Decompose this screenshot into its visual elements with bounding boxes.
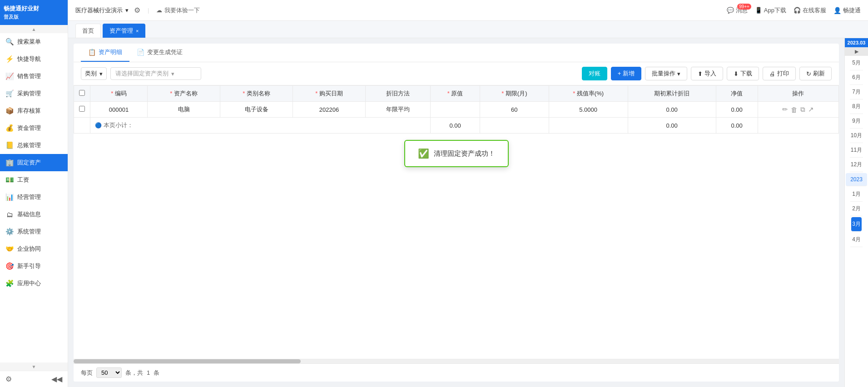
subtotal-net: 0.00 xyxy=(716,118,758,134)
nav-label-6: 总账管理 xyxy=(17,141,41,149)
per-page-select[interactable]: 50 100 xyxy=(96,367,122,378)
sidebar-item-资金管理[interactable]: 💰资金管理 xyxy=(0,119,68,137)
calendar-toggle[interactable]: ▶ xyxy=(845,47,868,56)
sub-tab-label-1: 变更生成凭证 xyxy=(147,48,183,56)
asset-table-wrap: 编码 资产名称 类别名称 购买日期 折旧方法 原值 期限(月) 残值率(%) 期… xyxy=(74,85,839,359)
nav-icon-4: 📦 xyxy=(5,107,14,115)
messages-badge: 99+ xyxy=(737,4,751,10)
row-depreciation-0: 年限平均 xyxy=(366,102,431,118)
more-icon-0[interactable]: ↗ xyxy=(808,105,814,114)
calendar-month-3月[interactable]: 3月 xyxy=(851,217,862,232)
sidebar-item-总账管理[interactable]: 📒总账管理 xyxy=(0,137,68,154)
batch-ops-button[interactable]: 批量操作 ▾ xyxy=(645,67,687,80)
calendar-month-12月[interactable]: 12月 xyxy=(850,158,863,172)
topbar-settings-icon[interactable]: ⚙ xyxy=(134,6,140,15)
calendar-month-7月[interactable]: 7月 xyxy=(850,85,863,99)
sidebar-item-固定资产[interactable]: 🏢固定资产 xyxy=(0,154,68,171)
col-initial-accumulated: 期初累计折旧 xyxy=(628,86,716,102)
online-service-label: 在线客服 xyxy=(803,6,826,15)
col-code: 编码 xyxy=(90,86,148,102)
sidebar-item-经营管理[interactable]: 📊经营管理 xyxy=(0,189,68,206)
nav-icon-5: 💰 xyxy=(5,124,14,132)
user-avatar-icon: 👤 xyxy=(833,7,841,14)
sidebar-item-销售管理[interactable]: 📈销售管理 xyxy=(0,68,68,85)
subtotal-original: 0.00 xyxy=(431,118,480,134)
calendar-month-8月[interactable]: 8月 xyxy=(850,99,863,114)
batch-ops-label: 批量操作 xyxy=(652,69,675,78)
service-icon: 🎧 xyxy=(794,7,801,14)
row-checkbox-cell-0[interactable] xyxy=(74,102,90,118)
calendar-month-4月[interactable]: 4月 xyxy=(850,233,863,247)
experience-button[interactable]: ☁ 我要体验一下 xyxy=(156,6,200,15)
settings-icon[interactable]: ⚙ xyxy=(5,375,12,383)
topbar: 医疗器械行业演示 ▾ ⚙ | ☁ 我要体验一下 💬 消息 99+ 📱 App下载… xyxy=(68,0,868,21)
sidebar-item-基础信息[interactable]: 🗂基础信息 xyxy=(0,206,68,223)
new-button[interactable]: + 新增 xyxy=(611,67,641,80)
sidebar-logo: 畅捷通好业财 普及版 xyxy=(0,0,68,25)
collapse-icon[interactable]: ◀◀ xyxy=(51,375,62,383)
app-download-button[interactable]: 📱 App下载 xyxy=(755,6,786,15)
print-label: 打印 xyxy=(777,69,789,78)
select-all-header[interactable] xyxy=(74,86,90,102)
category-select-wrapper[interactable]: 类别 ▾ xyxy=(81,67,107,80)
sidebar-item-库存核算[interactable]: 📦库存核算 xyxy=(0,102,68,119)
sidebar-item-新手引导[interactable]: 🎯新手引导 xyxy=(0,258,68,275)
subtotal-empty2 xyxy=(549,118,628,134)
calendar-month-1月[interactable]: 1月 xyxy=(850,187,863,202)
sidebar-scroll-down[interactable]: ▼ xyxy=(0,362,68,371)
tab-资产管理[interactable]: 资产管理× xyxy=(103,24,145,38)
calendar-prev-year-months: 5月6月7月8月9月10月11月12月 xyxy=(850,56,863,172)
sidebar-item-搜索菜单[interactable]: 🔍搜索菜单 xyxy=(0,33,68,50)
sub-tab-资产明细[interactable]: 📋资产明细 xyxy=(81,44,129,62)
sub-tab-变更生成凭证[interactable]: 📄变更生成凭证 xyxy=(129,44,190,62)
nav-label-1: 快捷导航 xyxy=(17,55,41,63)
sidebar-item-工资[interactable]: 💵工资 xyxy=(0,171,68,189)
sidebar-item-企业协同[interactable]: 🤝企业协同 xyxy=(0,240,68,258)
company-selector[interactable]: 医疗器械行业演示 ▾ xyxy=(75,6,129,15)
sidebar-scroll-up[interactable]: ▲ xyxy=(0,25,68,33)
delete-icon-0[interactable]: 🗑 xyxy=(791,106,798,114)
toast-success-icon: ✅ xyxy=(418,148,429,159)
username-label: 畅捷通 xyxy=(843,6,861,15)
tab-首页[interactable]: 首页 xyxy=(75,24,101,38)
scrollbar-thumb[interactable] xyxy=(74,359,301,363)
reconcile-button[interactable]: 对账 xyxy=(582,67,607,80)
success-toast: ✅ 清理固定资产成功！ xyxy=(404,140,509,167)
category-arrow-icon: ▾ xyxy=(171,70,174,77)
calendar-header: 2023.03 xyxy=(845,38,868,47)
sidebar-item-采购管理[interactable]: 🛒采购管理 xyxy=(0,85,68,102)
nav-icon-14: 🧩 xyxy=(5,279,14,288)
messages-button[interactable]: 💬 消息 99+ xyxy=(727,6,748,15)
import-button[interactable]: ⬆ 导入 xyxy=(691,67,723,80)
subtotal-actions xyxy=(758,118,838,134)
user-menu[interactable]: 👤 畅捷通 xyxy=(833,6,861,15)
calendar-year-label[interactable]: 2023 xyxy=(846,173,867,186)
sidebar-item-快捷导航[interactable]: ⚡快捷导航 xyxy=(0,50,68,68)
download-button[interactable]: ⬇ 下载 xyxy=(727,67,759,80)
calendar-month-9月[interactable]: 9月 xyxy=(850,114,863,129)
sidebar-item-系统管理[interactable]: ⚙️系统管理 xyxy=(0,223,68,240)
nav-label-5: 资金管理 xyxy=(17,124,41,132)
calendar-month-10月[interactable]: 10月 xyxy=(850,129,863,143)
col-residual-rate: 残值率(%) xyxy=(549,86,628,102)
nav-icon-12: 🤝 xyxy=(5,245,14,253)
calendar-month-11月[interactable]: 11月 xyxy=(850,143,863,158)
calendar-month-5月[interactable]: 5月 xyxy=(850,56,863,70)
calendar-month-6月[interactable]: 6月 xyxy=(850,70,863,85)
horizontal-scrollbar[interactable] xyxy=(74,359,839,363)
edit-icon-0[interactable]: ✏ xyxy=(782,105,788,114)
refresh-button[interactable]: ↻ 刷新 xyxy=(799,67,832,80)
calendar-month-2月[interactable]: 2月 xyxy=(850,202,863,216)
tab-close-1[interactable]: × xyxy=(136,28,139,34)
category-filter[interactable]: 请选择固定资产类别 ▾ xyxy=(110,67,201,80)
print-button[interactable]: 🖨 打印 xyxy=(763,67,796,80)
row-checkbox-0[interactable] xyxy=(79,106,85,112)
select-all-checkbox[interactable] xyxy=(79,90,85,96)
copy-icon-0[interactable]: ⧉ xyxy=(800,105,805,114)
nav-icon-1: ⚡ xyxy=(5,55,14,63)
nav-icon-6: 📒 xyxy=(5,141,14,149)
sidebar-item-应用中心[interactable]: 🧩应用中心 xyxy=(0,275,68,292)
online-service-button[interactable]: 🎧 在线客服 xyxy=(794,6,826,15)
category-label: 类别 xyxy=(85,69,97,78)
content-area: 📋资产明细📄变更生成凭证 类别 ▾ 请选择固定资产类别 ▾ xyxy=(68,38,868,387)
